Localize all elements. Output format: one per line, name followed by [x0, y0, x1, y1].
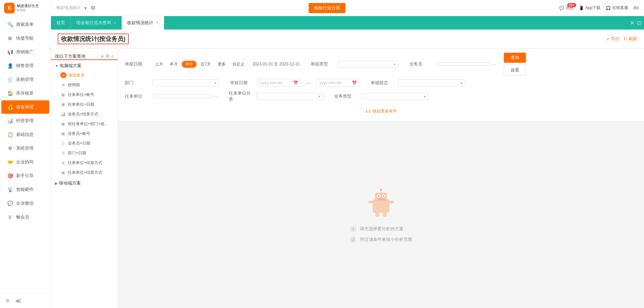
- scheme-item-0-4[interactable]: 📊业务员+结算方式: [51, 109, 118, 119]
- scheme-item-0-5[interactable]: ▦按往来单位+部门+收...: [51, 119, 118, 129]
- scheme-item-0-8[interactable]: ⏱部门+日期: [51, 148, 118, 158]
- salesman-input[interactable]: [437, 62, 490, 66]
- date-tab-0[interactable]: 上月: [152, 61, 166, 68]
- dept-arrow: ▾: [215, 81, 216, 85]
- sidebar-item-inventory[interactable]: 🏠库存核算: [1, 87, 49, 100]
- collapse-btn[interactable]: ∧∧ 收起更多条件: [125, 106, 637, 117]
- topbar-gear-btn[interactable]: ⚙: [91, 5, 95, 11]
- left-panel: 按以下方案查询 + ⚙ « ▼电脑端方案⊙按业务员⊞按明细▦往来单位+账号▦往来…: [51, 49, 118, 308]
- bill-type-select[interactable]: ▾: [338, 61, 398, 68]
- tab-close-0[interactable]: ×: [114, 20, 116, 25]
- date-tab-5[interactable]: 自定义: [230, 61, 247, 68]
- scheme-settings-btn[interactable]: ⚙: [105, 53, 110, 59]
- sidebar-item-quicknav[interactable]: ⊞快捷导航: [1, 32, 49, 45]
- business-type-select[interactable]: ▾: [362, 93, 429, 100]
- tab-home[interactable]: 首页: [51, 16, 71, 30]
- counterpart-dots-btn[interactable]: ···: [214, 94, 218, 99]
- export-icon: ↗: [606, 37, 609, 42]
- settings-btn[interactable]: 设置: [504, 65, 526, 75]
- scheme-item-0-9[interactable]: ⊞往来单位+结算方式: [51, 158, 118, 168]
- export-btn[interactable]: ↗ 导出: [606, 36, 620, 42]
- topbar-user[interactable]: Rit: [634, 6, 639, 10]
- sidebar-item-member[interactable]: V畅会员: [1, 210, 49, 224]
- sidebar-nav: 🔍搜索菜单⊞快捷导航📢营销推广👤销售管理🛒采购管理🏠库存核算💰资金管理📊经营管理…: [0, 16, 51, 293]
- topbar-app-btn[interactable]: 📱 App下载: [579, 5, 600, 11]
- maximize-window-btn[interactable]: ⊡: [637, 20, 641, 26]
- bill-status-select[interactable]: ▾: [398, 80, 465, 87]
- audit-date-to[interactable]: yyyy-mm-dd 📅: [316, 79, 360, 87]
- audit-date-from[interactable]: yyyy-mm-dd 📅: [258, 79, 301, 87]
- scheme-add-btn[interactable]: +: [101, 53, 104, 59]
- sidebar-item-purchase[interactable]: 🛒采购管理: [1, 73, 49, 86]
- topbar-left: 收款情况统计 ▾ ⚙: [56, 5, 95, 11]
- messages-badge: 99+: [567, 3, 576, 7]
- topbar-breadcrumb: 收款情况统计: [56, 5, 80, 11]
- topbar-messages-btn[interactable]: 💬 消息 99+: [559, 5, 574, 11]
- scheme-item-label-0-4: 业务员+结算方式: [68, 111, 98, 117]
- counterpart-label: 往来单位: [125, 93, 148, 99]
- audit-date-to-value: yyyy-mm-dd: [319, 81, 341, 85]
- scheme-group-title-1[interactable]: ▶移动端方案: [51, 179, 118, 188]
- audit-date-label: 审核日期: [230, 80, 254, 86]
- scheme-collapse-btn[interactable]: «: [111, 53, 114, 59]
- close-window-btn[interactable]: ✕: [630, 20, 634, 26]
- sidebar-label-finance: 资金管理: [16, 104, 34, 110]
- dept-select[interactable]: ▾: [152, 80, 219, 87]
- sidebar-icon-guide: 🎯: [7, 172, 13, 179]
- scheme-item-label-0-8: 部门+日期: [68, 150, 86, 156]
- refresh-btn[interactable]: ↻ 刷新: [624, 36, 637, 42]
- topbar-service-btn[interactable]: 🎧 在线客服: [606, 5, 628, 11]
- group-label-1: 移动端方案: [59, 180, 81, 186]
- sidebar-item-sales[interactable]: 👤销售管理: [1, 59, 49, 72]
- scheme-item-0-7[interactable]: ⏱业务员+日期: [51, 139, 118, 148]
- sidebar-icon-search: 🔍: [7, 21, 13, 28]
- collapse-sidebar-btn[interactable]: ◀‖: [13, 296, 23, 305]
- salesman-dots-btn[interactable]: ···: [492, 61, 496, 67]
- tab-0[interactable]: 现金银行流水查询×: [71, 16, 122, 30]
- tab-label-1: 收款情况统计: [127, 20, 153, 26]
- scheme-group-1: ▶移动端方案: [51, 179, 118, 188]
- group-arrow-0: ▼: [55, 64, 58, 68]
- topbar-dropdown[interactable]: ▾: [85, 6, 87, 10]
- tab-1[interactable]: 收款情况统计×: [122, 16, 164, 30]
- sidebar-item-marketing[interactable]: 📢营销推广: [1, 45, 49, 59]
- date-tab-4[interactable]: 更多: [215, 61, 228, 68]
- date-tab-1[interactable]: 本月: [167, 61, 180, 68]
- date-tab-3[interactable]: 近7天: [198, 61, 214, 68]
- scheme-item-0-2[interactable]: ▦往来单位+账号: [51, 90, 118, 100]
- scheme-item-icon-0-0: ⊙: [60, 72, 66, 78]
- scheme-item-0-10[interactable]: ▦往来单位+结算方式: [51, 168, 118, 177]
- sidebar-item-finance[interactable]: 💰资金管理: [1, 100, 49, 114]
- scheme-group-title-0[interactable]: ▼电脑端方案: [51, 61, 118, 70]
- bill-type-label: 单据类型: [311, 61, 334, 67]
- settings-bottom-btn[interactable]: ⚙: [3, 296, 12, 305]
- scheme-item-0-1[interactable]: ⊞按明细: [51, 80, 118, 90]
- sidebar-item-guide[interactable]: 🎯新手引导: [1, 169, 49, 183]
- sidebar-label-basic: 基础信息: [16, 132, 34, 138]
- tab-close-1[interactable]: ×: [156, 20, 158, 25]
- sidebar-label-hardware: 智能硬件: [16, 187, 34, 193]
- sidebar-item-enterprise[interactable]: 🤝企业协同: [1, 155, 49, 169]
- sidebar-item-operations[interactable]: 📊经营管理: [1, 114, 49, 127]
- scheme-item-icon-0-9: ⊞: [60, 160, 66, 166]
- scheme-item-icon-0-1: ⊞: [60, 83, 66, 88]
- empty-step-2: 2 用过滤条件来缩小分析范围: [350, 236, 412, 243]
- sidebar-item-system[interactable]: ⚙系统管理: [1, 142, 49, 155]
- sidebar-item-basic[interactable]: 📋基础信息: [1, 128, 49, 141]
- sidebar-item-hardware[interactable]: 📡智能硬件: [1, 183, 49, 196]
- scheme-item-0-6[interactable]: ▦业务员+账号: [51, 129, 118, 139]
- sidebar-label-search: 搜索菜单: [16, 21, 34, 28]
- trial-btn[interactable]: 体验行业方案: [309, 3, 345, 13]
- scheme-item-0-0[interactable]: ⊙按业务员: [51, 70, 118, 80]
- sidebar-bottom: ⚙ ◀‖: [0, 293, 51, 308]
- counterpart-input[interactable]: [152, 95, 213, 98]
- date-tab-2[interactable]: 本年: [182, 61, 197, 68]
- sidebar-item-wechat[interactable]: 💬企业微信: [1, 197, 49, 210]
- query-btn[interactable]: 查询: [504, 53, 526, 63]
- filter-row-3: 往来单位 ··· 往来单位分类 ▾ 业务类型 ▾: [125, 90, 637, 102]
- scheme-item-0-3[interactable]: ▦往来单位+日期: [51, 100, 118, 109]
- scheme-item-label-0-7: 业务员+日期: [68, 141, 90, 146]
- sidebar-item-search[interactable]: 🔍搜索菜单: [1, 18, 49, 31]
- sidebar-label-enterprise: 企业协同: [16, 159, 34, 165]
- counterpart-category-select[interactable]: ▾: [256, 93, 323, 100]
